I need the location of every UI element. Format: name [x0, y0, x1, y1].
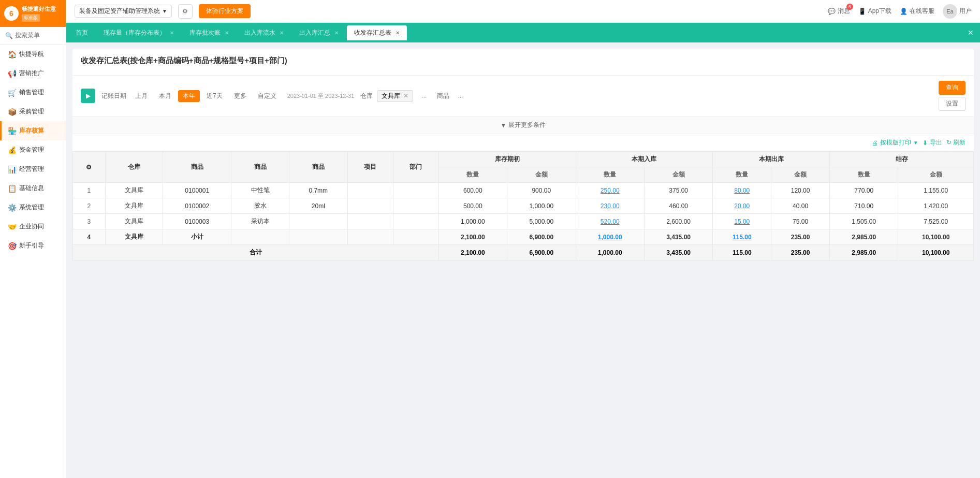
- sidebar-item-purchase[interactable]: 📦 采购管理: [0, 102, 66, 121]
- subtotal-out-amt: 235.00: [771, 229, 830, 245]
- tab-bar-close[interactable]: ✕: [963, 28, 978, 37]
- row-out-amt-2: 40.00: [771, 198, 830, 214]
- page-header: 收发存汇总表(按仓库+商品编码+商品+规格型号+项目+部门): [72, 49, 974, 76]
- subtotal-row: 4 文具库 小计 2,100.00 6,900.00 1,000.00 3,43…: [73, 229, 974, 245]
- row-in-amt-3: 2,600.00: [644, 214, 712, 229]
- tab-recv-send-summary[interactable]: 收发存汇总表 ✕: [347, 25, 407, 40]
- sidebar-item-sales[interactable]: 🛒 销售管理: [0, 83, 66, 102]
- tab-close-batch[interactable]: ✕: [225, 30, 229, 36]
- print-button[interactable]: 🖨 按模版打印 ▼: [872, 138, 918, 147]
- warehouse-tag: 文具库 ✕: [377, 90, 413, 102]
- filter-toggle-btn[interactable]: ▶: [81, 89, 95, 103]
- tab-close-inventory-dist[interactable]: ✕: [170, 30, 174, 36]
- row-in-qty-3[interactable]: 520.00: [576, 214, 644, 229]
- tab-close-inout-flow[interactable]: ✕: [280, 30, 284, 36]
- tab-batch[interactable]: 库存批次账 ✕: [182, 25, 236, 40]
- th-out-amt: 金额: [771, 167, 830, 183]
- sidebar-item-system[interactable]: ⚙️ 系统管理: [0, 198, 66, 217]
- tab-home[interactable]: 首页: [68, 25, 95, 40]
- row-out-qty-3[interactable]: 15.00: [713, 214, 771, 229]
- subtotal-spec: [289, 229, 347, 245]
- row-goods-code-3: 0100003: [163, 214, 231, 229]
- th-settings[interactable]: ⚙: [73, 152, 106, 183]
- trial-button[interactable]: 体验行业方案: [199, 4, 251, 18]
- goods-ellipsis[interactable]: ...: [454, 92, 467, 99]
- table-toolbar-right: 🖨 按模版打印 ▼ ⬇ 导出 ↻ 刷新: [872, 138, 966, 147]
- system-selector[interactable]: 装备及固定资产辅助管理系统 ▼: [75, 5, 172, 18]
- row-out-qty-2[interactable]: 20.00: [713, 198, 771, 214]
- finance-icon: 💰: [8, 146, 16, 154]
- warehouse-tag-close[interactable]: ✕: [403, 92, 408, 99]
- inventory-icon: 🏪: [8, 127, 16, 135]
- settings-button[interactable]: ⚙: [178, 4, 193, 19]
- sidebar-item-guide[interactable]: 🎯 新手引导: [0, 236, 66, 255]
- total-out-qty: 115.00: [713, 245, 771, 260]
- row-opening-amt-3: 5,000.00: [507, 214, 576, 229]
- refresh-button[interactable]: ↻ 刷新: [946, 138, 966, 147]
- sidebar-item-basic[interactable]: 📋 基础信息: [0, 179, 66, 198]
- table-container: ⚙ 仓库 商品 商品 商品 项目 部门 库存期初 本期入库 本期出库 结存: [72, 151, 974, 260]
- th-opening-amt: 金额: [507, 167, 576, 183]
- expand-arrow-icon: ▼: [501, 122, 507, 129]
- sidebar-item-operations[interactable]: 📊 经营管理: [0, 160, 66, 179]
- total-row: 合计 2,100.00 6,900.00 1,000.00 3,435.00 1…: [73, 245, 974, 260]
- row-in-amt-1: 375.00: [644, 183, 712, 198]
- tab-close-recv-send[interactable]: ✕: [396, 30, 400, 36]
- row-closing-amt-2: 1,420.00: [898, 198, 974, 214]
- row-goods-name-3: 采访本: [231, 214, 289, 229]
- tab-close-inout-summary[interactable]: ✕: [334, 30, 339, 36]
- date-btn-last-month[interactable]: 上月: [130, 90, 152, 102]
- operations-icon: 📊: [8, 165, 16, 173]
- subtotal-out-qty[interactable]: 115.00: [713, 229, 771, 245]
- expand-conditions-row: ▼ 展开更多条件: [72, 117, 974, 134]
- warehouse-ellipsis[interactable]: ...: [417, 92, 431, 99]
- row-in-qty-1[interactable]: 250.00: [576, 183, 644, 198]
- query-button[interactable]: 查询: [939, 81, 966, 95]
- print-chevron-icon: ▼: [913, 140, 918, 146]
- message-icon: 💬: [828, 8, 836, 15]
- date-btn-custom[interactable]: 自定义: [253, 90, 281, 102]
- export-button[interactable]: ⬇ 导出: [923, 138, 942, 147]
- date-btn-this-month[interactable]: 本月: [154, 90, 176, 102]
- guide-icon: 🎯: [8, 242, 16, 250]
- row-dept-3: [393, 214, 438, 229]
- date-btn-this-year[interactable]: 本年: [178, 90, 200, 102]
- th-out: 本期出库: [713, 152, 830, 167]
- date-btn-more[interactable]: 更多: [229, 90, 251, 102]
- print-icon: 🖨: [872, 139, 878, 147]
- total-opening-qty: 2,100.00: [438, 245, 507, 260]
- date-btn-7days[interactable]: 近7天: [202, 90, 227, 102]
- tab-inout-summary[interactable]: 出入库汇总 ✕: [292, 25, 346, 40]
- row-out-amt-3: 75.00: [771, 214, 830, 229]
- expand-conditions-btn[interactable]: ▼ 展开更多条件: [501, 121, 546, 129]
- purchase-icon: 📦: [8, 108, 16, 116]
- sidebar-item-collab[interactable]: 🤝 企业协同: [0, 217, 66, 236]
- row-goods-code-2: 0100002: [163, 198, 231, 214]
- user-menu[interactable]: Ea 用户: [943, 4, 972, 19]
- sidebar-item-quick-nav[interactable]: 🏠 快捷导航: [0, 45, 66, 64]
- sidebar-item-finance[interactable]: 💰 资金管理: [0, 140, 66, 160]
- row-out-qty-1[interactable]: 80.00: [713, 183, 771, 198]
- chevron-down-icon: ▼: [162, 8, 167, 14]
- row-opening-amt-2: 1,000.00: [507, 198, 576, 214]
- th-closing: 结存: [830, 152, 974, 167]
- sidebar-item-inventory[interactable]: 🏪 库存核算: [0, 121, 66, 140]
- app-download-button[interactable]: 📱 App下载: [858, 7, 891, 16]
- row-in-qty-2[interactable]: 230.00: [576, 198, 644, 214]
- tab-inventory-dist[interactable]: 现存量（库存分布表） ✕: [96, 25, 181, 40]
- subtotal-in-amt: 3,435.00: [644, 229, 712, 245]
- row-num-3: 3: [73, 214, 106, 229]
- messages-button[interactable]: 💬 消息 6: [828, 7, 850, 16]
- logo-icon: 6: [4, 6, 19, 21]
- tab-inout-flow[interactable]: 出入库流水 ✕: [237, 25, 291, 40]
- sidebar-item-marketing[interactable]: 📢 营销推广: [0, 64, 66, 83]
- subtotal-in-qty[interactable]: 1,000.00: [576, 229, 644, 245]
- page-content: 收发存汇总表(按仓库+商品编码+商品+规格型号+项目+部门) ▶ 记账日期 上月…: [66, 42, 980, 478]
- sidebar-search[interactable]: 🔍 搜索菜单: [0, 27, 66, 45]
- setting-button[interactable]: 设置: [939, 97, 966, 111]
- row-goods-spec-3: [289, 214, 347, 229]
- subtotal-opening-amt: 6,900.00: [507, 229, 576, 245]
- logo-text: 畅捷通好生意 标准版: [22, 5, 56, 22]
- online-service-button[interactable]: 👤 在线客服: [900, 7, 934, 16]
- row-closing-qty-3: 1,505.00: [830, 214, 898, 229]
